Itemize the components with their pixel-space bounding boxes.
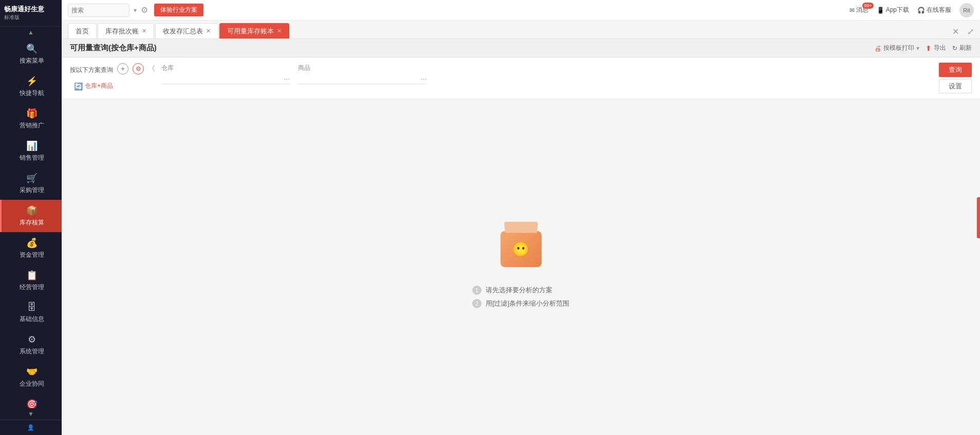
page-content: 可用量查询(按仓库+商品) 🖨 按模板打印 ▾ ⬆ 导出 ↻ 刷新 [62,39,980,435]
hint-num-1: 1 [472,286,482,295]
tab-label-summary: 收发存汇总表 [163,27,203,36]
warehouse-input[interactable] [161,75,284,82]
tab-summary[interactable]: 收发存汇总表✕ [155,23,218,39]
sidebar-label-purchase: 采购管理 [20,186,44,195]
sidebar-item-finance[interactable]: 💰 资金管理 [0,232,62,264]
sidebar-icon-marketing: 🎁 [26,108,38,119]
template-print-label: 按模板打印 [883,44,914,52]
page-title: 可用量查询(按仓库+商品) [70,43,157,53]
tab-label-batch-account: 库存批次账 [105,27,139,36]
sidebar: 畅康通好生意 标准版 ▲ 🔍 搜索菜单 ⚡ 快捷导航 🎁 营销推广 📊 销售管理… [0,0,62,435]
empty-illustration: 😶 [495,226,547,277]
sidebar-label-enterprise: 企业协同 [20,380,44,388]
template-print-btn[interactable]: 🖨 按模板打印 ▾ [874,44,919,52]
app-edition: 标准版 [4,14,58,21]
message-btn[interactable]: ✉ 消息 99+ [849,6,868,14]
sidebar-item-operations[interactable]: 📋 经营管理 [0,264,62,297]
empty-hint-2: 2 用[过滤]条件来缩小分析范围 [472,299,569,308]
warehouse-dots-icon[interactable]: ··· [284,74,290,83]
tab-close-all-btn[interactable]: ✕ [952,27,959,36]
tab-label-home: 首页 [76,27,89,36]
sidebar-icon-basic: 🗄 [27,302,36,313]
tabbar-right: ✕ ⤢ [952,27,974,39]
filter-add-btn[interactable]: ＋ [117,63,128,74]
goods-input[interactable] [298,75,420,82]
tab-label-available-ledger: 可用量库存账本 [227,27,274,36]
scheme-icon: 🔄 [74,82,83,90]
print-arrow-icon: ▾ [916,45,919,52]
sidebar-scroll-up[interactable]: ▲ [0,27,62,38]
empty-box: 😶 [501,231,542,267]
user-avatar[interactable]: Rit [959,3,974,17]
sidebar-label-inventory: 库存核算 [20,218,44,227]
export-icon: ⬆ [926,44,932,52]
hint-text-2: 用[过滤]条件来缩小分析范围 [486,299,569,308]
goods-field-label: 商品 [298,64,427,72]
app-download-btn[interactable]: 📱 App下载 [877,6,909,14]
filter-schemes: 🔄 仓库+商品 [70,79,155,92]
app-name: 畅康通好生意 [4,5,58,14]
filter-collapse-icon[interactable]: 《 [148,64,155,73]
tab-close-summary[interactable]: ✕ [206,28,211,34]
scheme-warehouse-goods[interactable]: 🔄 仓库+商品 [70,80,117,92]
warehouse-input-wrap: ··· [161,74,290,84]
page-header: 可用量查询(按仓库+商品) 🖨 按模板打印 ▾ ⬆ 导出 ↻ 刷新 [62,39,980,58]
export-btn[interactable]: ⬆ 导出 [926,44,946,52]
sidebar-scroll-down[interactable]: ▼ [0,408,62,420]
sidebar-label-finance: 资金管理 [20,251,44,259]
sidebar-label-operations: 经营管理 [20,283,44,292]
sidebar-item-guide[interactable]: 🎯 新手引导 [0,393,62,408]
filter-fields: 仓库 ··· 商品 ··· [161,63,933,84]
refresh-btn[interactable]: ↻ 刷新 [952,44,972,52]
empty-hints: 1 请先选择要分析的方案 2 用[过滤]条件来缩小分析范围 [472,286,569,308]
sidebar-item-sales[interactable]: 📊 销售管理 [0,135,62,167]
sidebar-icon-inventory: 📦 [26,205,38,216]
sidebar-label-search: 搜索菜单 [20,56,44,65]
app-logo: 畅康通好生意 标准版 [0,0,62,27]
online-service-label: 在线客服 [927,6,951,14]
sidebar-bottom-icon: 👤 [27,424,34,431]
sidebar-item-inventory[interactable]: 📦 库存核算 [0,200,62,232]
sidebar-bottom[interactable]: 👤 [0,420,62,435]
online-service-btn[interactable]: 🎧 在线客服 [917,6,951,14]
sidebar-item-basic[interactable]: 🗄 基础信息 [0,297,62,329]
app-download-icon: 📱 [877,7,884,14]
topbar-arrow-icon[interactable]: ▾ [134,7,137,14]
sidebar-item-enterprise[interactable]: 🤝 企业协同 [0,361,62,393]
tab-available-ledger[interactable]: 可用量库存账本✕ [219,23,289,39]
tab-batch-account[interactable]: 库存批次账✕ [98,23,154,39]
query-btn[interactable]: 查询 [939,63,972,77]
sidebar-item-purchase[interactable]: 🛒 采购管理 [0,167,62,200]
sidebar-icon-finance: 💰 [26,237,38,249]
tab-expand-btn[interactable]: ⤢ [967,27,974,36]
sidebar-label-sales: 销售管理 [20,154,44,162]
settings-btn[interactable]: 设置 [939,79,972,93]
sidebar-item-search[interactable]: 🔍 搜索菜单 [0,38,62,70]
tab-close-batch-account[interactable]: ✕ [142,28,146,34]
empty-state: 😶 1 请先选择要分析的方案 2 用[过滤]条件来缩小分析范围 [62,99,980,435]
sidebar-item-quick-nav[interactable]: ⚡ 快捷导航 [0,70,62,103]
sidebar-label-marketing: 营销推广 [20,121,44,130]
sidebar-icon-operations: 📋 [26,270,38,281]
topbar-gear-icon[interactable]: ⚙ [141,5,148,15]
right-edge-indicator [977,197,980,238]
industry-btn[interactable]: 体验行业方案 [154,4,204,16]
topbar-search-input[interactable] [68,4,130,17]
sidebar-item-system[interactable]: ⚙ 系统管理 [0,329,62,361]
filter-area: 按以下方案查询 ＋ ⚙ 《 🔄 仓库+商品 仓库 · [62,58,980,99]
sidebar-item-marketing[interactable]: 🎁 营销推广 [0,103,62,135]
tab-home[interactable]: 首页 [68,23,97,39]
goods-input-wrap: ··· [298,74,427,84]
warehouse-field: 仓库 ··· [161,64,290,84]
main-area: ▾ ⚙ 体验行业方案 ✉ 消息 99+ 📱 App下载 🎧 在线客服 Rit 首… [62,0,980,435]
tab-close-available-ledger[interactable]: ✕ [277,28,282,34]
sidebar-label-basic: 基础信息 [20,315,44,324]
empty-hint-1: 1 请先选择要分析的方案 [472,286,569,295]
goods-dots-icon[interactable]: ··· [420,74,427,83]
sidebar-icon-system: ⚙ [28,334,36,345]
sidebar-icon-enterprise: 🤝 [26,366,38,377]
sidebar-nav: 🔍 搜索菜单 ⚡ 快捷导航 🎁 营销推广 📊 销售管理 🛒 采购管理 📦 库存核… [0,38,62,408]
message-badge: 99+ [862,3,873,9]
filter-settings-btn[interactable]: ⚙ [133,63,144,74]
sidebar-icon-search: 🔍 [26,43,38,54]
